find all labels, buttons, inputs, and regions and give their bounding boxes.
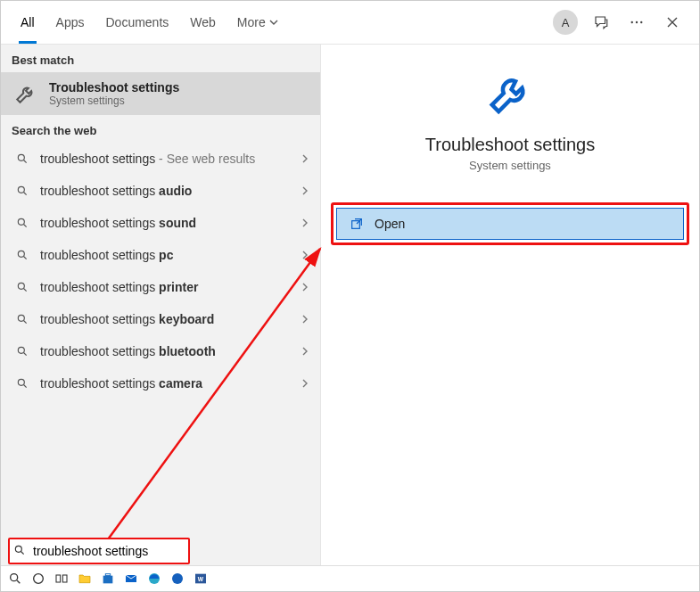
- close-button[interactable]: [655, 4, 690, 40]
- svg-rect-19: [105, 574, 110, 576]
- taskbar-explorer[interactable]: [74, 568, 95, 589]
- close-icon: [666, 16, 679, 29]
- wrench-icon: [12, 79, 40, 108]
- tab-documents[interactable]: Documents: [95, 1, 179, 44]
- search-icon: [12, 313, 33, 325]
- wrench-icon-large: [486, 71, 534, 122]
- search-window: All Apps Documents Web More A Best match: [0, 0, 700, 592]
- web-result-item[interactable]: troubleshoot settings keyboard: [1, 303, 320, 335]
- web-result-label: troubleshoot settings - See web results: [40, 152, 301, 166]
- web-result-label: troubleshoot settings printer: [40, 280, 301, 294]
- section-search-web: Search the web: [1, 115, 320, 143]
- search-icon: [12, 345, 33, 358]
- detail-subtitle: System settings: [469, 159, 551, 172]
- svg-point-0: [631, 21, 633, 23]
- svg-point-9: [18, 347, 24, 353]
- svg-text:W: W: [198, 576, 204, 582]
- svg-point-14: [11, 574, 18, 581]
- svg-rect-17: [62, 575, 67, 582]
- web-result-item[interactable]: troubleshoot settings pc: [1, 239, 320, 271]
- feedback-icon: [593, 14, 609, 30]
- edge-icon: [147, 571, 161, 586]
- svg-point-5: [18, 218, 24, 225]
- best-match-item[interactable]: Troubleshoot settings System settings: [1, 72, 320, 115]
- search-icon: [8, 571, 22, 586]
- svg-point-15: [34, 574, 44, 584]
- search-icon: [12, 281, 33, 293]
- detail-pane: Troubleshoot settings System settings Op…: [321, 45, 699, 591]
- filter-tabbar: All Apps Documents Web More A: [1, 1, 699, 45]
- tab-all[interactable]: All: [10, 1, 45, 44]
- taskbar-taskview[interactable]: [51, 568, 72, 589]
- taskview-icon: [54, 571, 69, 586]
- detail-title: Troubleshoot settings: [425, 135, 595, 155]
- svg-point-1: [636, 21, 638, 23]
- web-result-item[interactable]: troubleshoot settings audio: [1, 175, 320, 207]
- store-icon: [101, 571, 115, 586]
- chevron-right-icon: [301, 280, 309, 294]
- chevron-right-icon: [301, 184, 309, 198]
- tab-more[interactable]: More: [226, 1, 289, 44]
- web-result-item[interactable]: troubleshoot settings bluetooth: [1, 335, 320, 367]
- open-button[interactable]: Open: [336, 208, 684, 240]
- taskbar-cortana[interactable]: [28, 568, 49, 589]
- web-result-label: troubleshoot settings pc: [40, 248, 301, 262]
- best-match-subtitle: System settings: [49, 95, 179, 107]
- svg-point-4: [18, 186, 24, 193]
- chevron-down-icon: [269, 18, 278, 27]
- taskbar-mail[interactable]: [120, 568, 142, 589]
- svg-point-10: [18, 379, 24, 385]
- svg-point-7: [18, 283, 24, 289]
- svg-rect-18: [103, 576, 113, 584]
- chevron-right-icon: [301, 376, 309, 391]
- chevron-right-icon: [301, 344, 309, 358]
- results-list: Best match Troubleshoot settings System …: [1, 45, 321, 591]
- folder-icon: [78, 571, 92, 586]
- web-result-item[interactable]: troubleshoot settings sound: [1, 207, 320, 239]
- tab-web[interactable]: Web: [179, 1, 226, 44]
- svg-rect-16: [56, 575, 61, 582]
- best-match-title: Troubleshoot settings: [49, 80, 179, 95]
- web-result-label: troubleshoot settings keyboard: [40, 312, 301, 326]
- web-result-item[interactable]: troubleshoot settings printer: [1, 271, 320, 303]
- web-result-item[interactable]: troubleshoot settings - See web results: [1, 143, 320, 175]
- web-result-label: troubleshoot settings sound: [40, 216, 301, 230]
- feedback-button[interactable]: [583, 4, 619, 40]
- chevron-right-icon: [301, 248, 309, 262]
- search-icon: [12, 152, 33, 165]
- svg-point-8: [18, 315, 24, 321]
- chevron-right-icon: [301, 312, 309, 326]
- tab-apps[interactable]: Apps: [45, 1, 95, 44]
- search-box-highlight: [8, 538, 190, 564]
- more-options-button[interactable]: [619, 4, 655, 40]
- taskbar-word[interactable]: W: [190, 568, 211, 589]
- web-result-label: troubleshoot settings bluetooth: [40, 344, 301, 358]
- mail-icon: [124, 571, 138, 586]
- user-avatar[interactable]: A: [553, 10, 578, 35]
- search-icon: [12, 249, 33, 261]
- web-result-label: troubleshoot settings camera: [40, 376, 301, 391]
- svg-point-13: [15, 546, 21, 552]
- svg-point-2: [640, 21, 642, 23]
- taskbar-app-blue[interactable]: [167, 568, 188, 589]
- chevron-right-icon: [301, 152, 309, 166]
- open-button-label: Open: [375, 217, 405, 231]
- word-icon: W: [194, 571, 208, 586]
- annotation-highlight-open: Open: [331, 202, 689, 245]
- search-icon: [12, 377, 33, 390]
- svg-point-22: [172, 573, 183, 584]
- app-icon: [170, 571, 185, 586]
- tab-more-label: More: [237, 15, 266, 29]
- taskbar-edge[interactable]: [144, 568, 165, 589]
- web-result-label: troubleshoot settings audio: [40, 184, 301, 198]
- chevron-right-icon: [301, 216, 309, 230]
- results-body: Best match Troubleshoot settings System …: [1, 45, 699, 591]
- search-icon: [13, 544, 26, 559]
- svg-point-6: [18, 251, 24, 257]
- section-best-match: Best match: [1, 45, 320, 72]
- web-result-item[interactable]: troubleshoot settings camera: [1, 367, 320, 399]
- search-input[interactable]: [31, 543, 191, 559]
- taskbar-search[interactable]: [4, 568, 26, 589]
- ellipsis-icon: [629, 14, 645, 30]
- taskbar-store[interactable]: [97, 568, 119, 589]
